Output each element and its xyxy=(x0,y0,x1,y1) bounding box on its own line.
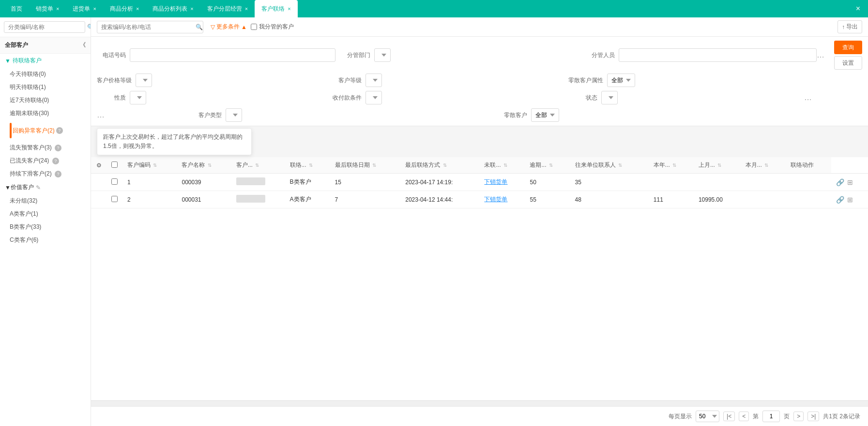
my-customers-checkbox[interactable] xyxy=(251,24,257,30)
row4-ellipsis-button[interactable]: … xyxy=(97,111,105,119)
phone-input[interactable] xyxy=(130,48,335,62)
sidebar-item-unclassified[interactable]: 未分组(32) xyxy=(0,194,91,207)
nav-tab-product-list[interactable]: 商品分析列表 × xyxy=(146,0,200,17)
nav-tab-customer-layer[interactable]: 客户分层经营 × xyxy=(200,0,255,17)
row-last-contact-method[interactable]: 下销货单 xyxy=(479,191,525,208)
query-button[interactable]: 查询 xyxy=(834,41,862,54)
col-last-month[interactable]: 上月... ⇅ xyxy=(694,157,741,174)
dept-filter-field: 分管部门 xyxy=(341,48,580,62)
close-sales-tab[interactable]: × xyxy=(56,6,59,12)
repurchase-anomaly-info-icon[interactable]: ? xyxy=(56,127,63,134)
sidebar-item-declining[interactable]: 持续下滑客户(2) ? xyxy=(0,167,91,180)
sidebar-item-7days[interactable]: 近7天待联络(0) xyxy=(0,94,91,107)
sidebar-item-churned[interactable]: 已流失客户(24) ? xyxy=(0,154,91,167)
churn-warning-info-icon[interactable]: ? xyxy=(55,145,61,151)
customer-type-select[interactable] xyxy=(226,108,242,122)
price-grade-select[interactable] xyxy=(136,73,152,87)
col-name[interactable]: 客户名称 ⇅ xyxy=(177,157,231,174)
export-button[interactable]: ↑ 导出 xyxy=(838,20,862,33)
retail-attr-select[interactable]: 全部 xyxy=(607,73,635,87)
row-overdue: 35 xyxy=(570,174,649,191)
declining-info-icon[interactable]: ? xyxy=(55,171,61,177)
value-customer-edit-icon[interactable]: ✎ xyxy=(36,184,41,191)
payment-select[interactable] xyxy=(365,91,382,104)
row-last-month xyxy=(741,174,786,191)
main-search-input[interactable] xyxy=(97,21,203,33)
nav-tab-home[interactable]: 首页 xyxy=(4,0,29,17)
first-page-button[interactable]: |< xyxy=(723,411,735,421)
col-code[interactable]: 客户编码 ⇅ xyxy=(122,157,177,174)
repurchase-anomaly-item[interactable]: 回购异常客户(2) ? xyxy=(0,120,91,141)
sidebar-item-today[interactable]: 今天待联络(0) xyxy=(0,68,91,81)
close-product-list-tab[interactable]: × xyxy=(190,6,193,12)
current-page-input[interactable] xyxy=(762,411,780,422)
horizontal-scrollbar[interactable] xyxy=(91,400,868,406)
select-all-checkbox[interactable] xyxy=(111,162,118,168)
price-grade-wrapper xyxy=(136,73,327,87)
close-purchase-tab[interactable]: × xyxy=(93,6,96,12)
close-customer-layer-tab[interactable]: × xyxy=(245,6,248,12)
sidebar-item-overdue[interactable]: 逾期未联络(30) xyxy=(0,107,91,120)
more-conditions-button[interactable]: ▽ 更多条件 ▲ xyxy=(211,23,247,31)
filter-row-2: 客户价格等级 客户等级 零散客户属性 全部 xyxy=(97,73,862,87)
col-this-month[interactable]: 本月... ⇅ xyxy=(741,157,786,174)
row-checkbox[interactable] xyxy=(111,178,118,185)
link-action-icon[interactable]: 🔗 xyxy=(836,178,844,186)
row-settings-cell xyxy=(91,174,107,191)
settings-button[interactable]: 设置 xyxy=(834,56,862,70)
repurchase-anomaly-label: 回购异常客户(2) xyxy=(13,127,55,135)
customer-grade-select[interactable] xyxy=(365,73,382,87)
pending-contact-group-header[interactable]: ▼ 待联络客户 xyxy=(0,54,91,68)
retail-customer-select[interactable]: 全部 xyxy=(531,108,559,122)
nature-select[interactable] xyxy=(130,91,146,104)
churned-info-icon[interactable]: ? xyxy=(52,158,59,164)
row-name xyxy=(231,174,285,191)
col-contact[interactable]: 联络... ⇅ xyxy=(285,157,330,174)
sidebar-item-c-class[interactable]: C类客户(6) xyxy=(0,234,91,247)
my-customers-checkbox-label[interactable]: 我分管的客户 xyxy=(251,23,294,31)
status-wrapper xyxy=(601,91,798,104)
dept-select[interactable] xyxy=(374,48,391,62)
table-row: 1 000039 B类客户 15 2023-04-17 14:19: 下销货单 … xyxy=(91,174,868,191)
col-settings[interactable]: ⚙ xyxy=(91,157,107,174)
col-overdue[interactable]: 逾期... ⇅ xyxy=(525,157,570,174)
value-customer-group-header[interactable]: ▼ 价值客户 ✎ xyxy=(0,180,91,194)
last-page-button[interactable]: >| xyxy=(807,411,819,421)
nav-tab-product-analysis[interactable]: 商品分析 × xyxy=(103,0,146,17)
window-close-button[interactable]: × xyxy=(852,4,864,13)
manager-ellipsis-button[interactable]: … xyxy=(817,51,824,59)
nav-tab-customer-contact[interactable]: 客户联络 × xyxy=(255,0,297,17)
col-last-contact-date[interactable]: 最后联络日期 ⇅ xyxy=(330,157,401,174)
retail-attr-wrapper: 全部 xyxy=(607,73,798,87)
sidebar-search-icon[interactable]: 🔍 xyxy=(87,24,91,30)
row-last-contact-method[interactable]: 下销货单 xyxy=(479,174,525,191)
sidebar-collapse-icon[interactable]: 《 xyxy=(80,41,86,49)
close-customer-contact-tab[interactable]: × xyxy=(288,6,290,12)
col-contact-person[interactable]: 往来单位联系人 ⇅ xyxy=(570,157,649,174)
grid-action-icon[interactable]: ⊞ xyxy=(847,196,853,204)
sidebar-item-a-class[interactable]: A类客户(1) xyxy=(0,207,91,220)
link-action-icon[interactable]: 🔗 xyxy=(836,196,844,204)
col-no-contact[interactable]: 未联... ⇅ xyxy=(479,157,525,174)
row3-ellipsis-button[interactable]: … xyxy=(804,94,812,102)
col-last-contact-method[interactable]: 最后联络方式 ⇅ xyxy=(400,157,479,174)
nav-tab-purchase[interactable]: 进货单 × xyxy=(66,0,103,17)
per-page-select[interactable]: 50 100 200 xyxy=(696,411,719,422)
grid-action-icon[interactable]: ⊞ xyxy=(847,178,853,186)
sidebar-search-input[interactable] xyxy=(4,21,85,33)
sidebar-item-tomorrow[interactable]: 明天待联络(1) xyxy=(0,81,91,94)
row-no-contact: 50 xyxy=(525,174,570,191)
row-checkbox[interactable] xyxy=(111,196,118,202)
next-page-button[interactable]: > xyxy=(793,411,804,421)
col-this-year[interactable]: 本年... ⇅ xyxy=(649,157,694,174)
prev-page-button[interactable]: < xyxy=(739,411,749,421)
col-category[interactable]: 客户... ⇅ xyxy=(231,157,285,174)
nav-tab-sales[interactable]: 销货单 × xyxy=(29,0,66,17)
sidebar-item-b-class[interactable]: B类客户(33) xyxy=(0,220,91,234)
manager-input[interactable] xyxy=(619,48,817,62)
sidebar-item-churn-warning[interactable]: 流失预警客户(3) ? xyxy=(0,141,91,154)
status-select[interactable] xyxy=(601,91,618,104)
retail-attr-label: 零散客户属性 xyxy=(568,76,603,85)
main-search-button[interactable]: 🔍 xyxy=(196,24,203,30)
close-product-analysis-tab[interactable]: × xyxy=(136,6,139,12)
